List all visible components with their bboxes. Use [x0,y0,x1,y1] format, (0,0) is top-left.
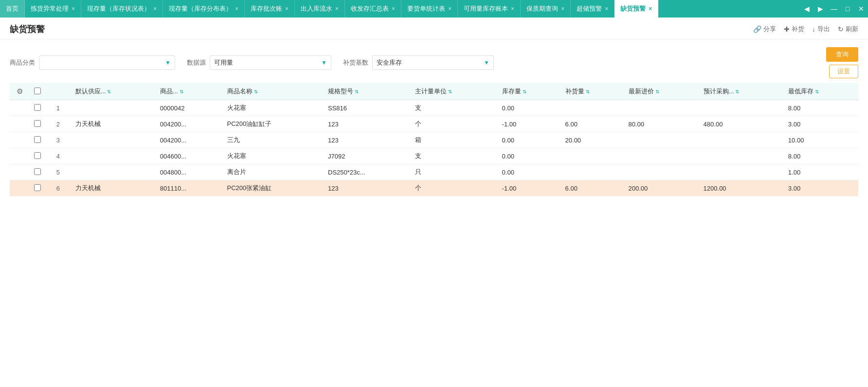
row-checkbox-cell[interactable] [29,148,46,164]
tab-next-btn[interactable]: ▶ [814,0,827,18]
tab-overstock[interactable]: 超储预警 × [571,0,615,18]
row-checkbox-cell[interactable] [29,116,46,132]
goods-code-sort-icon: ⇅ [180,89,183,94]
column-replenish[interactable]: 补货量 ⇅ [561,83,624,100]
datasource-select[interactable]: 可用量 ▼ [210,55,331,70]
row-gear-cell [10,148,29,164]
row-checkbox-0[interactable] [34,104,41,111]
column-gear[interactable]: ⚙ [10,83,29,100]
column-stock[interactable]: 库存量 ⇅ [497,83,561,100]
row-gear-cell [10,100,29,116]
tab-exception[interactable]: 拣货异常处理 × [25,0,81,18]
tab-close-overstock[interactable]: × [605,5,608,12]
tab-close-exception[interactable]: × [72,5,75,12]
column-latest-price[interactable]: 最新进价 ⇅ [624,83,699,100]
row-num: 1 [46,100,71,116]
cell-supplier [71,132,155,148]
row-checkbox-1[interactable] [34,120,41,127]
settings-button[interactable]: 设置 [829,65,858,78]
row-checkbox-cell[interactable] [29,132,46,148]
column-goods-name[interactable]: 商品名称 ⇅ [222,83,323,100]
gear-icon[interactable]: ⚙ [17,87,23,96]
row-checkbox-4[interactable] [34,168,41,175]
column-spec[interactable]: 规格型号 ⇅ [323,83,410,100]
latest-price-sort[interactable]: 最新进价 ⇅ [629,87,659,96]
replenish-base-select[interactable]: 安全库存 ▼ [372,55,494,70]
tab-label-exception: 拣货异常处理 [31,4,69,13]
window-close-btn[interactable]: ✕ [854,0,868,18]
tab-label-home: 首页 [6,4,18,13]
window-minimize-btn[interactable]: — [827,0,841,18]
tab-close-requisition-stats[interactable]: × [448,5,452,12]
cell-min_stock: 3.00 [783,180,858,196]
cell-supplier [71,164,155,180]
datasource-value: 可用量 [214,58,317,67]
tab-close-shortage[interactable]: × [649,5,652,12]
tab-prev-btn[interactable]: ◀ [800,0,814,18]
tab-home[interactable]: 首页 [0,0,25,18]
row-checkbox-cell[interactable] [29,180,46,196]
table-body: 10000042火花塞SS816支0.008.002力天机械004200...P… [10,100,858,196]
goods-code-sort[interactable]: 商品... ⇅ [160,87,183,96]
cell-goods_name: PC200张紧油缸 [222,180,323,196]
column-supplier[interactable]: 默认供应... ⇅ [71,83,155,100]
tab-requisition-stats[interactable]: 要货单统计表 × [401,0,458,18]
spec-sort[interactable]: 规格型号 ⇅ [328,87,359,96]
min-stock-sort[interactable]: 最低库存 ⇅ [788,87,819,96]
query-button[interactable]: 查询 [826,47,858,62]
column-min-stock[interactable]: 最低库存 ⇅ [783,83,858,100]
row-num: 6 [46,180,71,196]
replenish-sort[interactable]: 补货量 ⇅ [565,87,590,96]
refresh-btn[interactable]: ↻ 刷新 [838,25,858,34]
tab-inout-flow[interactable]: 出入库流水 × [295,0,345,18]
supplier-sort[interactable]: 默认供应... ⇅ [75,87,111,96]
tab-batch-account[interactable]: 库存批次账 × [245,0,295,18]
row-checkbox-3[interactable] [34,152,41,159]
table-row: 5004800...离合片DS250*23c...只0.001.00 [10,164,858,180]
column-unit[interactable]: 主计量单位 ⇅ [410,83,497,100]
row-checkbox-cell[interactable] [29,164,46,180]
column-est-purchase[interactable]: 预计采购... ⇅ [699,83,783,100]
tab-close-batch-account[interactable]: × [285,5,289,12]
select-all-checkbox[interactable] [34,88,41,94]
tab-close-available-ledger[interactable]: × [511,5,514,12]
min-stock-sort-icon: ⇅ [815,89,819,94]
tab-close-inout-flow[interactable]: × [335,5,339,12]
export-btn[interactable]: ↓ 导出 [812,25,830,34]
tab-expiry-query[interactable]: 保质期查询 × [521,0,571,18]
cell-est_purchase: 1200.00 [699,180,783,196]
cell-latest_price [624,100,699,116]
share-btn[interactable]: 🔗 分享 [753,25,776,34]
tab-inventory-status[interactable]: 现存量（库存状况表） × [81,0,163,18]
row-gear-cell [10,164,29,180]
replenish-base-arrow-icon: ▼ [484,59,489,66]
tab-close-expiry-query[interactable]: × [561,5,564,12]
stock-sort[interactable]: 库存量 ⇅ [502,87,526,96]
unit-sort[interactable]: 主计量单位 ⇅ [415,87,452,96]
datasource-arrow-icon: ▼ [321,59,327,66]
replenish-btn[interactable]: ✚ 补货 [784,25,804,34]
row-checkbox-cell[interactable] [29,100,46,116]
tab-close-inventory-status[interactable]: × [153,5,157,12]
cell-supplier [71,148,155,164]
row-checkbox-5[interactable] [34,184,41,191]
cell-replenish [561,100,624,116]
column-checkbox[interactable] [29,83,46,100]
tab-receive-summary[interactable]: 收发存汇总表 × [345,0,401,18]
replenish-base-label: 补货基数 [343,58,368,67]
cell-est_purchase [699,164,783,180]
window-maximize-btn[interactable]: □ [841,0,854,18]
share-icon: 🔗 [753,25,761,33]
column-num [46,83,71,100]
tab-close-receive-summary[interactable]: × [392,5,395,12]
column-goods-code[interactable]: 商品... ⇅ [155,83,222,100]
category-select[interactable]: ▼ [39,55,175,70]
row-checkbox-2[interactable] [34,136,41,143]
tab-shortage[interactable]: 缺货预警 × [615,0,658,18]
est-purchase-sort[interactable]: 预计采购... ⇅ [704,87,740,96]
goods-name-sort[interactable]: 商品名称 ⇅ [227,87,258,96]
tab-available-ledger[interactable]: 可用量库存账本 × [458,0,521,18]
cell-goods_code: 801110... [155,180,222,196]
tab-inventory-dist[interactable]: 现存量（库存分布表） × [163,0,245,18]
tab-close-inventory-dist[interactable]: × [235,5,238,12]
